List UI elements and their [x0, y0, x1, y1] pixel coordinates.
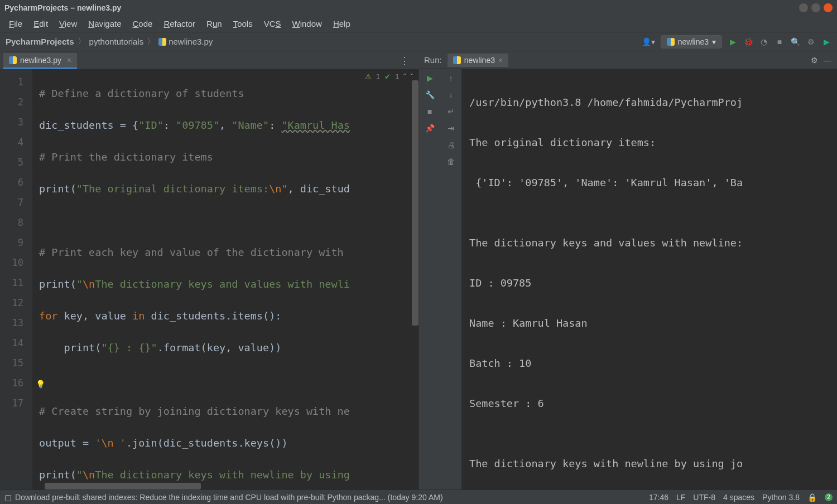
- menu-refactor[interactable]: Refactor: [159, 17, 200, 30]
- wrench-icon[interactable]: 🔧: [425, 90, 435, 99]
- run-panel-title: Run:: [424, 55, 442, 65]
- print-icon[interactable]: 🖨: [447, 140, 455, 149]
- debug-button[interactable]: 🐞: [743, 37, 753, 47]
- run-panel: ▶ 🔧 ■ 📌 ↑ ↓ ↵ ⇥ 🖨 🗑 /usr/bin/python3.8 /…: [419, 69, 837, 490]
- gear-icon[interactable]: ⚙: [811, 56, 818, 65]
- down-icon[interactable]: ↓: [449, 90, 453, 99]
- scroll-end-icon[interactable]: ⇥: [448, 124, 454, 133]
- menu-help[interactable]: Help: [329, 17, 355, 30]
- tab-newline3[interactable]: newline3.py ×: [3, 53, 77, 69]
- trash-icon[interactable]: 🗑: [447, 157, 455, 166]
- code-area[interactable]: # Define a dictionary of students dic_st…: [32, 69, 419, 490]
- inspection-widget[interactable]: ⚠1 ✔1 ˆ ˇ: [365, 72, 413, 81]
- console-output[interactable]: /usr/bin/python3.8 /home/fahmida/Pycharm…: [461, 69, 837, 504]
- python-file-icon: [453, 56, 461, 64]
- breadcrumb-folder[interactable]: pythontutorials: [89, 37, 144, 46]
- run-button[interactable]: ▶: [728, 37, 738, 47]
- title-bar: PycharmProjects – newline3.py: [0, 0, 837, 16]
- menu-tools[interactable]: Tools: [229, 17, 257, 30]
- toolbar: PycharmProjects 〉 pythontutorials 〉 newl…: [0, 32, 837, 51]
- main-area: 1234567891011121314151617 # Define a dic…: [0, 69, 837, 490]
- menu-code[interactable]: Code: [128, 17, 157, 30]
- chevron-down-icon[interactable]: ˇ: [411, 72, 413, 81]
- chevron-right-icon: 〉: [78, 36, 86, 47]
- python-file-icon: [9, 56, 17, 64]
- rerun-icon[interactable]: ▶: [427, 74, 433, 83]
- run-tab-label: newline3: [464, 56, 495, 65]
- menu-navigate[interactable]: Navigate: [84, 17, 126, 30]
- gear-icon[interactable]: ⚙: [806, 37, 816, 47]
- gutter: 1234567891011121314151617: [0, 69, 32, 490]
- menu-window[interactable]: Window: [288, 17, 326, 30]
- tab-label: newline3.py: [20, 56, 61, 65]
- chevron-down-icon: ▾: [712, 37, 716, 46]
- toolbar-right: 👤▾ newline3 ▾ ▶ 🐞 ◔ ■ 🔍 ⚙ ▶: [642, 35, 831, 49]
- menu-view[interactable]: View: [55, 17, 81, 30]
- close-icon[interactable]: [824, 3, 833, 12]
- more-icon[interactable]: ▶: [821, 37, 831, 47]
- vertical-scrollbar[interactable]: [412, 80, 419, 326]
- run-body: ▶ 🔧 ■ 📌 ↑ ↓ ↵ ⇥ 🖨 🗑 /usr/bin/python3.8 /…: [419, 69, 837, 504]
- stop-button[interactable]: ■: [775, 37, 785, 47]
- chevron-right-icon: 〉: [147, 36, 155, 47]
- close-icon[interactable]: ×: [67, 56, 71, 65]
- horizontal-scrollbar[interactable]: [45, 483, 201, 490]
- warning-icon: ⚠: [365, 72, 372, 81]
- search-icon[interactable]: 🔍: [790, 37, 800, 47]
- pin-icon[interactable]: 📌: [425, 124, 435, 133]
- run-config-selector[interactable]: newline3 ▾: [661, 35, 722, 49]
- menu-file[interactable]: File: [4, 17, 27, 30]
- code-editor[interactable]: 1234567891011121314151617 # Define a dic…: [0, 69, 419, 490]
- breadcrumb-file[interactable]: newline3.py: [169, 37, 213, 46]
- tab-more-icon[interactable]: ⋮: [394, 52, 415, 69]
- status-time: 17:46: [649, 493, 668, 502]
- maximize-icon[interactable]: [811, 3, 820, 12]
- close-icon[interactable]: ×: [498, 56, 503, 65]
- editor-tabs: newline3.py × ⋮: [0, 51, 419, 69]
- notifications-badge[interactable]: 2: [825, 493, 833, 501]
- breadcrumb-root[interactable]: PycharmProjects: [6, 37, 74, 46]
- minimize-icon[interactable]: [799, 3, 808, 12]
- run-config-label: newline3: [678, 37, 709, 46]
- menu-edit[interactable]: Edit: [29, 17, 52, 30]
- menu-run[interactable]: Run: [202, 17, 227, 30]
- python-file-icon: [158, 38, 166, 46]
- status-message[interactable]: Download pre-built shared indexes: Reduc…: [15, 493, 443, 502]
- run-tab[interactable]: newline3 ×: [448, 54, 508, 67]
- intention-bulb-icon[interactable]: 💡: [36, 380, 45, 389]
- python-file-icon: [667, 38, 675, 46]
- status-bar: ▢ Download pre-built shared indexes: Red…: [0, 490, 837, 504]
- status-hide-icon[interactable]: ▢: [4, 493, 12, 502]
- lock-icon[interactable]: 🔒: [807, 493, 817, 502]
- run-left-toolbar: ▶ 🔧 ■ 📌: [419, 69, 440, 504]
- up-icon[interactable]: ↑: [449, 74, 453, 83]
- hide-icon[interactable]: —: [824, 56, 831, 65]
- coverage-button[interactable]: ◔: [759, 37, 769, 47]
- run-left-toolbar-2: ↑ ↓ ↵ ⇥ 🖨 🗑: [440, 69, 461, 504]
- menu-bar: File Edit View Navigate Code Refactor Ru…: [0, 16, 837, 32]
- chevron-up-icon[interactable]: ˆ: [403, 72, 406, 81]
- status-encoding[interactable]: UTF-8: [693, 493, 715, 502]
- run-panel-header: Run: newline3 × ⚙ —: [419, 51, 837, 69]
- stop-icon[interactable]: ■: [427, 107, 432, 116]
- breadcrumb: PycharmProjects 〉 pythontutorials 〉 newl…: [6, 36, 213, 47]
- add-user-icon[interactable]: 👤▾: [642, 37, 655, 46]
- menu-vcs[interactable]: VCS: [259, 17, 286, 30]
- status-line-ending[interactable]: LF: [676, 493, 685, 502]
- check-icon: ✔: [384, 72, 391, 81]
- status-indent[interactable]: 4 spaces: [723, 493, 754, 502]
- soft-wrap-icon[interactable]: ↵: [448, 107, 454, 116]
- window-title: PycharmProjects – newline3.py: [4, 3, 121, 12]
- window-buttons: [799, 3, 833, 12]
- status-interpreter[interactable]: Python 3.8: [762, 493, 800, 502]
